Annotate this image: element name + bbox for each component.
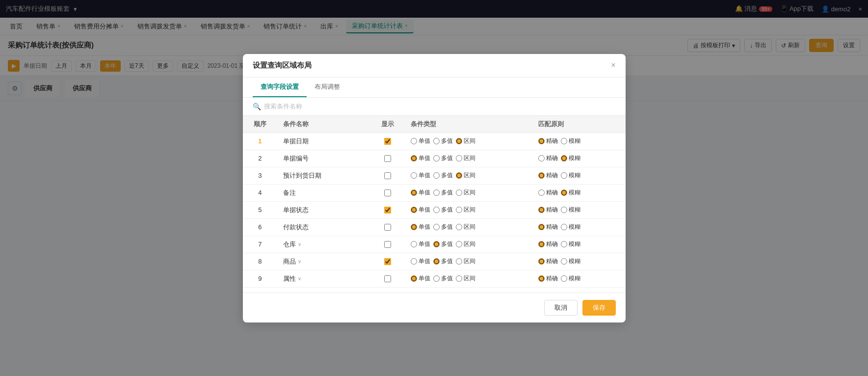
dialog-header: 设置查询区域布局 × [243, 54, 626, 78]
dialog-tabs: 查询字段设置 布局调整 [243, 78, 626, 98]
dialog-tab-fields[interactable]: 查询字段设置 [253, 78, 307, 97]
dialog-close-btn[interactable]: × [611, 61, 615, 70]
modal-overlay: 设置查询区域布局 × 查询字段设置 布局调整 🔍 顺序 条件名称 显示 条件类型 [0, 0, 868, 101]
search-box: 🔍 [243, 98, 626, 102]
dialog-title: 设置查询区域布局 [253, 61, 312, 70]
settings-dialog: 设置查询区域布局 × 查询字段设置 布局调整 🔍 顺序 条件名称 显示 条件类型 [243, 54, 626, 102]
dialog-tab-layout[interactable]: 布局调整 [307, 78, 348, 97]
